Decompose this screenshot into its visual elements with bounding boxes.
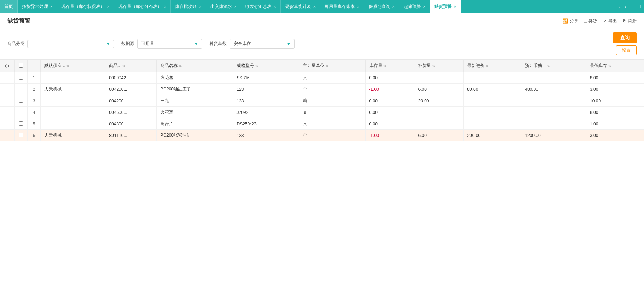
row-gear-1 <box>0 84 14 95</box>
row-unit-3: 支 <box>299 107 365 118</box>
tab-prev-button[interactable]: ‹ <box>617 3 622 10</box>
tab-inout-flow[interactable]: 出入库流水 × <box>206 0 241 13</box>
row-latest-price-0 <box>464 72 521 84</box>
window-maximize-button[interactable]: □ <box>636 3 643 10</box>
row-stock-5: -1.00 <box>365 130 414 141</box>
replenish-action[interactable]: □ 补货 <box>584 18 597 24</box>
datasource-select-arrow: ▼ <box>194 42 198 46</box>
tab-close-shortage[interactable]: × <box>454 4 456 9</box>
row-checkbox-1[interactable] <box>14 84 27 95</box>
row-supplier-2 <box>40 95 105 107</box>
row-num-3: 4 <box>27 107 40 118</box>
sort-icon-est-purchase: ⇅ <box>547 64 550 68</box>
tab-order-stats[interactable]: 要货单统计表 × <box>281 0 320 13</box>
table-row: 2 力天机械 004200... PC200油缸庄子 123 个 -1.00 6… <box>0 84 644 95</box>
export-action[interactable]: ↗ 导出 <box>603 18 617 24</box>
row-select-0[interactable] <box>19 75 23 80</box>
row-supplier-1: 力天机械 <box>40 84 105 95</box>
tab-close-exception[interactable]: × <box>50 4 52 9</box>
tab-next-button[interactable]: › <box>623 3 628 10</box>
tab-close-available-ledger[interactable]: × <box>357 4 359 9</box>
column-product-name[interactable]: 商品名称 ⇅ <box>157 60 233 72</box>
tab-home[interactable]: 首页 <box>0 0 18 13</box>
row-checkbox-3[interactable] <box>14 107 27 118</box>
row-latest-price-5: 200.00 <box>464 130 521 141</box>
row-unit-5: 个 <box>299 130 365 141</box>
datasource-label: 数据源 <box>121 41 134 47</box>
datasource-select[interactable]: 可用量 ▼ <box>137 39 202 49</box>
row-checkbox-0[interactable] <box>14 72 27 84</box>
sort-icon-unit: ⇅ <box>326 64 328 68</box>
row-select-5[interactable] <box>19 133 23 137</box>
column-default-supplier[interactable]: 默认供应... ⇅ <box>40 60 105 72</box>
tab-inventory-status[interactable]: 现存量（库存状况表） × <box>57 0 114 13</box>
column-est-purchase[interactable]: 预计采购... ⇅ <box>521 60 586 72</box>
column-latest-price[interactable]: 最新进价 ⇅ <box>464 60 521 72</box>
replenish-base-select[interactable]: 安全库存 ▼ <box>230 39 295 49</box>
tab-close-batch-account[interactable]: × <box>199 4 201 9</box>
tab-close-inventory-status[interactable]: × <box>107 4 109 9</box>
tab-close-inout-flow[interactable]: × <box>234 4 236 9</box>
row-checkbox-2[interactable] <box>14 95 27 107</box>
category-label: 商品分类 <box>7 41 25 47</box>
tab-close-overstock[interactable]: × <box>423 4 425 9</box>
column-gear[interactable]: ⚙ <box>0 60 14 72</box>
row-latest-price-3 <box>464 107 521 118</box>
column-product-code[interactable]: 商品... ⇅ <box>105 60 157 72</box>
column-checkbox[interactable] <box>14 60 27 72</box>
replenish-icon: □ <box>584 18 587 24</box>
row-unit-2: 箱 <box>299 95 365 107</box>
tab-expiry-query[interactable]: 保质期查询 × <box>364 0 399 13</box>
sort-icon-supplier: ⇅ <box>66 64 69 68</box>
row-checkbox-4[interactable] <box>14 118 27 130</box>
row-select-3[interactable] <box>19 110 23 114</box>
gear-button[interactable]: ⚙ <box>5 63 9 69</box>
window-minimize-button[interactable]: – <box>629 3 635 10</box>
query-button[interactable]: 查询 <box>613 32 637 43</box>
select-all-checkbox[interactable] <box>19 63 23 68</box>
row-stock-1: -1.00 <box>365 84 414 95</box>
row-select-1[interactable] <box>19 87 23 91</box>
tab-close-inventory-dist[interactable]: × <box>164 4 166 9</box>
row-est-purchase-3 <box>521 107 586 118</box>
table-row: 1 0000042 火花塞 SS816 支 0.00 8.00 <box>0 72 644 84</box>
row-stock-3: 0.00 <box>365 107 414 118</box>
tab-inventory-dist[interactable]: 现存量（库存分布表） × <box>114 0 171 13</box>
tab-overstock[interactable]: 超储预警 × <box>399 0 430 13</box>
tab-close-collect-summary[interactable]: × <box>274 4 276 9</box>
column-unit[interactable]: 主计量单位 ⇅ <box>299 60 365 72</box>
category-select[interactable]: ▼ <box>27 40 114 48</box>
share-action[interactable]: 🔁 分享 <box>562 18 578 24</box>
row-checkbox-5[interactable] <box>14 130 27 141</box>
row-product-code-1: 004200... <box>105 84 157 95</box>
tab-exception[interactable]: 拣货异常处理 × <box>18 0 57 13</box>
category-select-arrow: ▼ <box>106 42 110 46</box>
row-est-purchase-0 <box>521 72 586 84</box>
tab-collect-summary[interactable]: 收发存汇总表 × <box>241 0 280 13</box>
row-supplier-5: 力天机械 <box>40 130 105 141</box>
tab-shortage[interactable]: 缺货预警 × <box>430 0 461 13</box>
sort-icon-latest-price: ⇅ <box>486 64 488 68</box>
row-supplier-3 <box>40 107 105 118</box>
settings-button[interactable]: 设置 <box>616 45 637 55</box>
row-select-4[interactable] <box>19 121 23 126</box>
table-row: 4 004600... 火花塞 J7092 支 0.00 8.00 <box>0 107 644 118</box>
row-gear-3 <box>0 107 14 118</box>
table-container: ⚙ 默认供应... ⇅ 商品... <box>0 60 644 141</box>
refresh-action[interactable]: ↻ 刷新 <box>623 18 637 24</box>
category-filter-group: 商品分类 ▼ <box>7 40 114 48</box>
row-stock-0: 0.00 <box>365 72 414 84</box>
column-stock[interactable]: 库存量 ⇅ <box>365 60 414 72</box>
tab-close-expiry-query[interactable]: × <box>392 4 395 9</box>
row-select-2[interactable] <box>19 98 23 103</box>
column-min-stock[interactable]: 最低库存 ⇅ <box>586 60 644 72</box>
tab-close-order-stats[interactable]: × <box>313 4 316 9</box>
row-min-stock-0: 8.00 <box>586 72 644 84</box>
row-product-name-5: PC200张紧油缸 <box>157 130 233 141</box>
column-spec[interactable]: 规格型号 ⇅ <box>233 60 299 72</box>
tab-bar: 首页 拣货异常处理 × 现存量（库存状况表） × 现存量（库存分布表） × 库存… <box>0 0 644 13</box>
column-replenish-qty[interactable]: 补货量 ⇅ <box>414 60 464 72</box>
tab-available-ledger[interactable]: 可用量库存账本 × <box>320 0 364 13</box>
tab-batch-account[interactable]: 库存批次账 × <box>171 0 206 13</box>
sort-icon-stock: ⇅ <box>383 64 386 68</box>
